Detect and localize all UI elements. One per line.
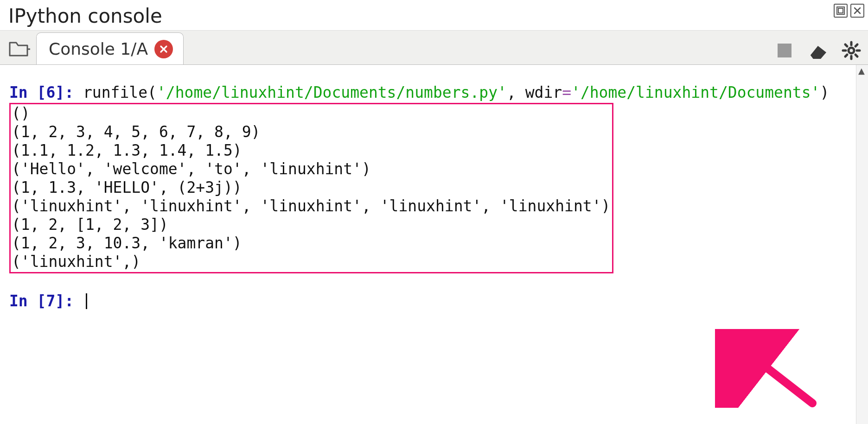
highlight-box: () (1, 2, 3, 4, 5, 6, 7, 8, 9) (1.1, 1.2… <box>9 103 613 273</box>
close-paren: ) <box>820 83 829 101</box>
tab-console-1a[interactable]: Console 1/A <box>36 32 184 65</box>
kwarg-val: '/home/linuxhint/Documents' <box>571 83 820 101</box>
folder-icon <box>9 40 30 57</box>
text-cursor <box>86 293 87 309</box>
output-line: (1, 1.3, 'HELLO', (2+3j)) <box>12 178 242 196</box>
browse-tabs-button[interactable] <box>6 36 32 62</box>
svg-point-2 <box>849 48 854 53</box>
output-line: ('linuxhint', 'linuxhint', 'linuxhint', … <box>12 197 610 215</box>
console-output-area[interactable]: In [6]: runfile('/home/linuxhint/Documen… <box>0 65 856 424</box>
output-line: (1.1, 1.2, 1.3, 1.4, 1.5) <box>12 141 242 159</box>
output-line: () <box>12 104 30 122</box>
close-icon <box>159 44 168 54</box>
open-paren: ( <box>147 83 157 101</box>
comma: , <box>507 83 525 101</box>
eraser-icon <box>808 41 828 60</box>
close-tab-button[interactable] <box>154 40 173 58</box>
next-prompt-label: In [ <box>9 292 46 310</box>
arg-path: '/home/linuxhint/Documents/numbers.py' <box>157 83 507 101</box>
call-fn: runfile <box>83 83 147 101</box>
output-line: ('linuxhint',) <box>12 253 140 271</box>
scroll-up-icon[interactable]: ▲ <box>858 66 865 76</box>
close-pane-icon[interactable] <box>850 4 864 18</box>
output-line: (1, 2, 3, 4, 5, 6, 7, 8, 9) <box>12 123 260 141</box>
vertical-scrollbar[interactable]: ▲ <box>856 65 868 424</box>
kwarg-name: wdir <box>525 83 562 101</box>
gear-icon <box>842 41 861 60</box>
in-prompt-label: In [ <box>9 83 46 101</box>
output-line: ('Hello', 'welcome', 'to', 'linuxhint') <box>12 160 371 178</box>
equals: = <box>562 83 571 101</box>
options-button[interactable] <box>841 40 862 61</box>
svg-rect-1 <box>838 8 843 13</box>
pane-title: IPython console <box>0 0 868 30</box>
interrupt-kernel-button[interactable] <box>774 40 795 61</box>
in-prompt-suffix: ]: <box>55 83 83 101</box>
next-prompt-suffix: ]: <box>55 292 83 310</box>
tab-bar: Console 1/A <box>0 30 868 64</box>
in-prompt-number: 6 <box>46 83 55 101</box>
output-line: (1, 2, [1, 2, 3]) <box>12 215 168 234</box>
stop-icon <box>778 44 791 57</box>
clear-console-button[interactable] <box>808 40 828 61</box>
output-line: (1, 2, 3, 10.3, 'kamran') <box>12 234 242 252</box>
next-prompt-number: 7 <box>46 292 55 310</box>
tab-label: Console 1/A <box>49 39 148 58</box>
maximize-pane-icon[interactable] <box>834 4 848 18</box>
